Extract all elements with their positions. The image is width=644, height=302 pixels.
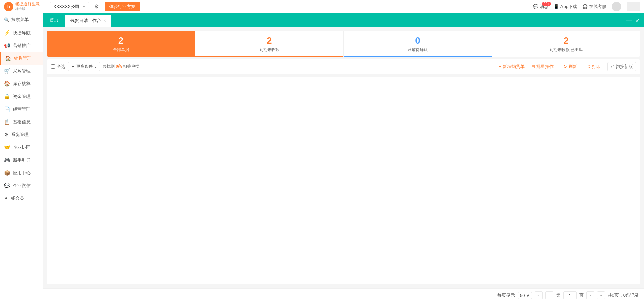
total-records: 共0页，0条记录 <box>608 292 639 298</box>
header-right: 💬 消息 99+ 📱 App下载 🎧 在线客服 <box>533 2 640 11</box>
operations-icon: 📄 <box>4 106 10 112</box>
sidebar-item-label: 基础信息 <box>13 119 31 125</box>
guide-icon: 🎮 <box>4 157 10 163</box>
overdue-underline <box>195 56 343 57</box>
main-layout: 🔍 搜索菜单 ⚡ 快捷导航 📢 营销推广 🏠 销售管理 🛒 采购管理 🏠 库存核… <box>0 0 644 302</box>
app-download-button[interactable]: 📱 App下载 <box>554 4 577 10</box>
company-selector[interactable]: XXXXXX公司 ▼ <box>50 2 89 11</box>
avatar[interactable] <box>612 2 621 11</box>
online-service-label: 在线客服 <box>589 4 606 10</box>
page-size-select[interactable]: 50 ∨ <box>518 292 532 299</box>
trial-button[interactable]: 体验行业方案 <box>105 2 140 11</box>
sidebar-item-label: 经营管理 <box>13 106 31 112</box>
sidebar-item-wechat[interactable]: 💬 企业微信 <box>0 179 43 192</box>
sidebar: 🔍 搜索菜单 ⚡ 快捷导航 📢 营销推广 🏠 销售管理 🛒 采购管理 🏠 库存核… <box>0 13 43 302</box>
purchase-icon: 🛒 <box>4 68 10 74</box>
quick-nav-icon: ⚡ <box>4 30 10 36</box>
finance-icon: 🔒 <box>4 94 10 100</box>
print-button[interactable]: 🖨 打印 <box>584 62 603 71</box>
page-content: 2 全部单据 2 到期未收款 0 旺铺待确认 2 到期未收款 已出库 <box>43 27 644 288</box>
first-page-button[interactable]: « <box>535 291 543 299</box>
summary-label-all: 全部单据 <box>52 47 190 53</box>
sidebar-item-finance[interactable]: 🔒 资金管理 <box>0 90 43 103</box>
summary-label-pending: 旺铺待确认 <box>349 47 486 53</box>
add-sales-order-button[interactable]: + 新增销货单 <box>499 64 525 70</box>
select-all-label: 全选 <box>57 64 65 70</box>
refresh-label: 刷新 <box>568 64 577 70</box>
tab-home[interactable]: 首页 <box>43 13 65 27</box>
summary-card-all[interactable]: 2 全部单据 <box>47 31 195 57</box>
summary-card-overdue[interactable]: 2 到期未收款 <box>195 31 343 57</box>
last-page-button[interactable]: » <box>597 291 605 299</box>
sidebar-item-sales[interactable]: 🏠 销售管理 <box>0 52 43 65</box>
sidebar-item-label: 畅会员 <box>11 195 24 201</box>
logo-icon: b <box>4 2 13 11</box>
prev-page-button[interactable]: ‹ <box>545 291 553 299</box>
sidebar-item-basic-info[interactable]: 📋 基础信息 <box>0 116 43 128</box>
page-number-input[interactable] <box>563 291 577 299</box>
sidebar-item-label: 库存核算 <box>13 81 31 87</box>
summary-card-pending[interactable]: 0 旺铺待确认 <box>344 31 492 57</box>
sidebar-item-guide[interactable]: 🎮 新手引导 <box>0 154 43 167</box>
batch-operations-button[interactable]: ⊞ 批量操作 <box>529 62 556 71</box>
tab-close-icon[interactable]: × <box>104 18 106 23</box>
sidebar-item-purchase[interactable]: 🛒 采购管理 <box>0 65 43 77</box>
found-count: 0条 <box>116 64 122 69</box>
chevron-down-icon: ▼ <box>82 5 86 8</box>
logo-sub: 标准版 <box>15 7 40 11</box>
sidebar-item-quick-nav[interactable]: ⚡ 快捷导航 <box>0 26 43 39</box>
select-all-checkbox[interactable]: 全选 <box>51 64 65 70</box>
top-header: b 畅捷通好生意 标准版 XXXXXX公司 ▼ ⚙ 体验行业方案 💬 消息 99… <box>0 0 644 13</box>
sidebar-item-inventory[interactable]: 🏠 库存核算 <box>0 77 43 90</box>
sidebar-item-member[interactable]: ✦ 畅会员 <box>0 192 43 205</box>
sidebar-item-operations[interactable]: 📄 经营管理 <box>0 103 43 116</box>
logo-name: 畅捷通好生意 <box>15 2 40 7</box>
message-button[interactable]: 💬 消息 99+ <box>533 4 548 10</box>
online-service-button[interactable]: 🎧 在线客服 <box>582 4 606 10</box>
more-filters-button[interactable]: ▼ 更多条件 ∨ <box>68 62 100 71</box>
sidebar-item-apps[interactable]: 📦 应用中心 <box>0 167 43 179</box>
pending-underline <box>344 56 492 57</box>
select-all-input[interactable] <box>51 64 55 69</box>
sidebar-item-label: 系统管理 <box>11 132 29 138</box>
logo-area: b 畅捷通好生意 标准版 <box>4 2 47 12</box>
sales-icon: 🏠 <box>5 55 11 61</box>
print-label: 打印 <box>592 64 601 70</box>
sidebar-item-system[interactable]: ⚙ 系统管理 <box>0 128 43 141</box>
content-area: 首页 钱货日清工作台 × — ⤢ 2 全部单据 2 到期未收款 <box>43 13 644 302</box>
sidebar-item-label: 资金管理 <box>13 94 31 100</box>
sidebar-item-label: 销售管理 <box>14 55 32 61</box>
tab-minimize-button[interactable]: — <box>625 16 633 24</box>
chevron-down-icon: ∨ <box>94 64 97 69</box>
switch-version-button[interactable]: ⇄ 切换新版 <box>607 62 636 71</box>
refresh-button[interactable]: ↻ 刷新 <box>560 62 580 71</box>
company-name: XXXXXX公司 <box>53 4 79 10</box>
switch-icon: ⇄ <box>610 64 614 69</box>
sidebar-item-label: 企业微信 <box>13 183 31 189</box>
sidebar-item-marketing[interactable]: 📢 营销推广 <box>0 39 43 52</box>
sidebar-item-cooperation[interactable]: 🤝 企业协同 <box>0 141 43 154</box>
search-icon: 🔍 <box>4 17 9 22</box>
toolbar: 全选 ▼ 更多条件 ∨ 共找到 0条 相关单据 + 新增销货单 <box>47 59 640 74</box>
user-info <box>627 2 640 11</box>
pagination-bar: 每页显示 50 ∨ « ‹ 第 页 › » 共0页，0条记录 <box>43 288 644 302</box>
tab-active[interactable]: 钱货日清工作台 × <box>65 15 111 27</box>
member-icon: ✦ <box>4 195 8 201</box>
summary-card-out[interactable]: 2 到期未收款 已出库 <box>492 31 640 57</box>
sidebar-item-label: 营销推广 <box>13 43 31 49</box>
refresh-icon: ↻ <box>563 64 567 69</box>
service-icon: 🎧 <box>582 4 588 9</box>
tab-maximize-button[interactable]: ⤢ <box>634 16 641 25</box>
summary-label-overdue: 到期未收款 <box>201 47 338 53</box>
next-page-button[interactable]: › <box>586 291 594 299</box>
found-suffix: 相关单据 <box>123 64 139 69</box>
summary-count-all: 2 <box>52 35 190 46</box>
tab-bar: 首页 钱货日清工作台 × — ⤢ <box>43 13 644 27</box>
summary-cards: 2 全部单据 2 到期未收款 0 旺铺待确认 2 到期未收款 已出库 <box>47 31 640 57</box>
found-prefix: 共找到 <box>103 64 115 69</box>
settings-icon[interactable]: ⚙ <box>92 2 101 11</box>
sidebar-search[interactable]: 🔍 搜索菜单 <box>0 13 43 26</box>
cooperation-icon: 🤝 <box>4 144 10 150</box>
page-label: 第 <box>556 292 560 298</box>
app-download-label: App下载 <box>560 4 577 10</box>
